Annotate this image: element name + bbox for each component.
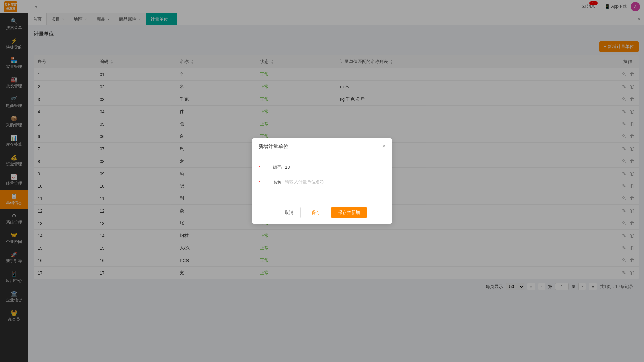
modal-close-button[interactable]: ×: [382, 143, 386, 150]
modal-overlay: 新增计量单位 × 编码 名称 取消 保存 保存并新增: [0, 0, 644, 362]
modal-footer: 取消 保存 保存并新增: [252, 201, 392, 224]
name-input[interactable]: [285, 178, 382, 186]
add-unit-modal: 新增计量单位 × 编码 名称 取消 保存 保存并新增: [252, 138, 392, 224]
save-button[interactable]: 保存: [305, 207, 327, 218]
form-row-code: 编码: [262, 163, 382, 171]
modal-body: 编码 名称: [252, 155, 392, 201]
save-new-button[interactable]: 保存并新增: [331, 207, 367, 218]
cancel-button[interactable]: 取消: [278, 207, 301, 218]
modal-header: 新增计量单位 ×: [252, 138, 392, 155]
code-label: 编码: [262, 164, 282, 170]
code-input[interactable]: [285, 163, 382, 171]
form-row-name: 名称: [262, 178, 382, 186]
name-label: 名称: [262, 179, 282, 185]
modal-title: 新增计量单位: [258, 143, 288, 150]
